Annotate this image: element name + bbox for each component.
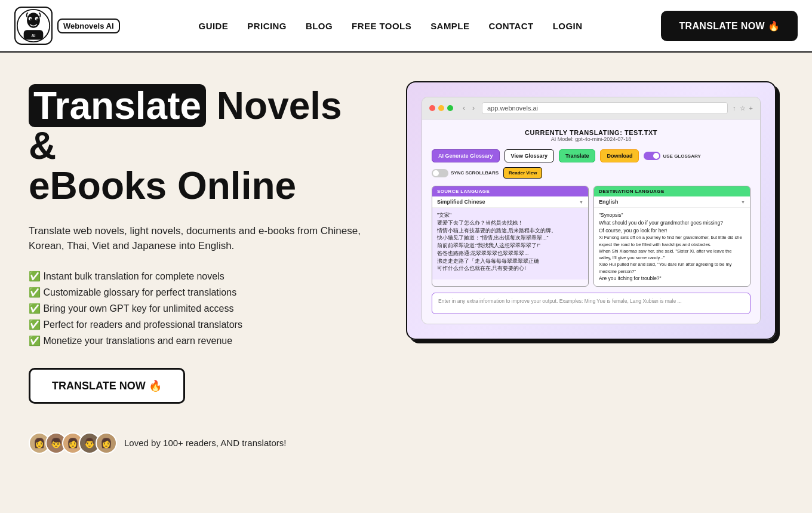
browser-nav: ‹ › <box>460 103 477 113</box>
view-glossary-button[interactable]: View Glossary <box>505 149 554 162</box>
svg-point-4 <box>30 19 32 20</box>
hero-cta-button[interactable]: TRANSLATE NOW 🔥 <box>29 368 185 404</box>
sync-scrollbars-switch[interactable] <box>432 169 448 177</box>
logo[interactable]: AI Webnovels AI <box>14 7 120 45</box>
hero-title: Translate Novels &eBooks Online <box>29 86 375 207</box>
close-dot[interactable] <box>429 105 435 111</box>
use-glossary-label: USE GLOSSARY <box>663 153 700 159</box>
translate-button[interactable]: Translate <box>559 149 596 162</box>
nav-contact[interactable]: CONTACT <box>488 21 533 31</box>
download-button[interactable]: Download <box>600 149 639 162</box>
reader-view-button[interactable]: Reader View <box>503 167 542 179</box>
hero-subtitle: Translate web novels, light novels, docu… <box>29 223 375 254</box>
app-title: CURRENTLY TRANSLATING: TEST.TXT <box>432 129 751 136</box>
source-lang-select[interactable]: Simplified Chinese <box>432 196 588 208</box>
features-list: ✅ Instant bulk translation for complete … <box>29 271 375 346</box>
use-glossary-toggle[interactable]: USE GLOSSARY <box>644 152 700 160</box>
dest-line: Of course, you go look for her! <box>599 227 745 235</box>
sync-scrollbars-label: SYNC SCROLLBARS <box>451 170 499 176</box>
avatar-group: 👩 👦 👩 👨 👩 <box>29 432 117 454</box>
source-panel-header: SOURCE LANGUAGE <box>432 186 588 196</box>
main-nav: GUIDE PRICING BLOG FREE TOOLS SAMPLE CON… <box>199 21 583 31</box>
source-line: 前前前翠翠说道:"我找我人这想翠翠翠翠了!" <box>437 242 583 250</box>
share-icon[interactable]: ↑ <box>733 105 736 112</box>
maximize-dot[interactable] <box>447 105 453 111</box>
nav-sample[interactable]: SAMPLE <box>430 21 469 31</box>
hero-title-highlight: Translate <box>29 84 206 127</box>
main-content: Translate Novels &eBooks Online Translat… <box>0 53 812 454</box>
dest-line: Xiao Hui pulled her and said, "You dare … <box>599 261 745 275</box>
app-screenshot: ‹ › app.webnovels.ai ↑ ☆ + CURRENTLY TRA… <box>406 81 776 340</box>
generate-glossary-button[interactable]: AI Generate Glossary <box>432 149 500 162</box>
back-arrow-icon[interactable]: ‹ <box>460 103 467 113</box>
browser-dots <box>429 105 453 111</box>
sync-scrollbars-toggle[interactable]: SYNC SCROLLBARS <box>432 169 499 177</box>
browser-actions: ↑ ☆ + <box>733 105 753 112</box>
social-proof: 👩 👦 👩 👨 👩 Loved by 100+ readers, AND tra… <box>29 432 375 454</box>
source-line: 情情小猫上有技基要的的路途,后来路程非文的牌。 <box>437 227 583 235</box>
dest-lang-select[interactable]: English <box>594 196 750 208</box>
avatar: 👩 <box>96 432 117 454</box>
minimize-dot[interactable] <box>438 105 444 111</box>
svg-text:AI: AI <box>31 33 35 38</box>
nav-free-tools[interactable]: FREE TOOLS <box>352 21 411 31</box>
source-line: 要爱下去了怎么办？当然是去找她！ <box>437 219 583 227</box>
social-text: Loved by 100+ readers, AND translators! <box>124 438 286 448</box>
dest-line: Are you itching for trouble?" <box>599 275 745 282</box>
source-line: 爸爸也路路通;花翠翠翠翠也翠翠翠翠... <box>437 250 583 257</box>
feature-4: ✅ Perfect for readers and professional t… <box>29 319 375 330</box>
dest-line: When Shi Xiaomao saw her, she said, "Sis… <box>599 248 745 262</box>
source-line: "文家" <box>437 211 583 219</box>
header: AI Webnovels AI GUIDE PRICING BLOG FREE … <box>0 0 812 53</box>
app-model-label: AI Model: gpt-4o-mini-2024-07-18 <box>432 136 751 142</box>
dest-panel: DESTINATION LANGUAGE English "Synopsis" … <box>593 186 751 287</box>
dest-panel-header: DESTINATION LANGUAGE <box>594 186 750 196</box>
nav-blog[interactable]: BLOG <box>306 21 333 31</box>
source-line: 快小猫见了她道："情情,出出镇每次翠翠翠翠..." <box>437 234 583 242</box>
nav-pricing[interactable]: PRICING <box>247 21 287 31</box>
hero-left: Translate Novels &eBooks Online Translat… <box>29 81 375 454</box>
feature-3: ✅ Bring your own GPT key for unlimited a… <box>29 303 375 314</box>
dest-line: "Synopsis" <box>599 211 745 219</box>
forward-arrow-icon[interactable]: › <box>470 103 477 113</box>
nav-login[interactable]: LOGIN <box>553 21 583 31</box>
use-glossary-switch[interactable] <box>644 152 660 160</box>
feature-1: ✅ Instant bulk translation for complete … <box>29 271 375 282</box>
dest-panel-content: "Synopsis" What should you do if your gr… <box>594 208 750 286</box>
header-translate-button[interactable]: TRANSLATE NOW 🔥 <box>661 11 798 41</box>
context-input[interactable]: Enter in any extra information to improv… <box>432 293 751 314</box>
hero-right: ‹ › app.webnovels.ai ↑ ☆ + CURRENTLY TRA… <box>399 81 783 340</box>
add-tab-icon[interactable]: + <box>749 105 753 112</box>
browser-bar: ‹ › app.webnovels.ai ↑ ☆ + <box>422 97 760 119</box>
source-panel-content: "文家" 要爱下去了怎么办？当然是去找她！ 情情小猫上有技基要的的路途,后来路程… <box>432 208 588 279</box>
svg-point-5 <box>36 19 38 20</box>
dest-line: What should you do if your grandmother g… <box>599 219 745 227</box>
bookmark-icon[interactable]: ☆ <box>740 105 746 112</box>
source-panel: SOURCE LANGUAGE Simplified Chinese "文家" … <box>432 186 589 287</box>
browser-chrome: ‹ › app.webnovels.ai ↑ ☆ + CURRENTLY TRA… <box>422 97 761 324</box>
nav-guide[interactable]: GUIDE <box>199 21 229 31</box>
translation-panels: SOURCE LANGUAGE Simplified Chinese "文家" … <box>432 186 751 287</box>
browser-content: CURRENTLY TRANSLATING: TEST.TXT AI Model… <box>422 119 760 324</box>
logo-icon: AI <box>14 7 53 45</box>
dest-line: Xi Fuhong sets off on a journey to find … <box>599 234 745 248</box>
source-line: 沸走走走路了「走入每每每每翠翠翠翠正确 <box>437 257 583 265</box>
url-bar[interactable]: app.webnovels.ai <box>482 102 728 114</box>
feature-5: ✅ Monetize your translations and earn re… <box>29 335 375 346</box>
app-toolbar: AI Generate Glossary View Glossary Trans… <box>432 149 751 179</box>
source-line: 可作什么什么也就在在,只有要要的心! <box>437 265 583 272</box>
app-header: CURRENTLY TRANSLATING: TEST.TXT AI Model… <box>432 129 751 142</box>
feature-2: ✅ Customizable glossary for perfect tran… <box>29 287 375 298</box>
logo-text: Webnovels AI <box>57 19 120 33</box>
